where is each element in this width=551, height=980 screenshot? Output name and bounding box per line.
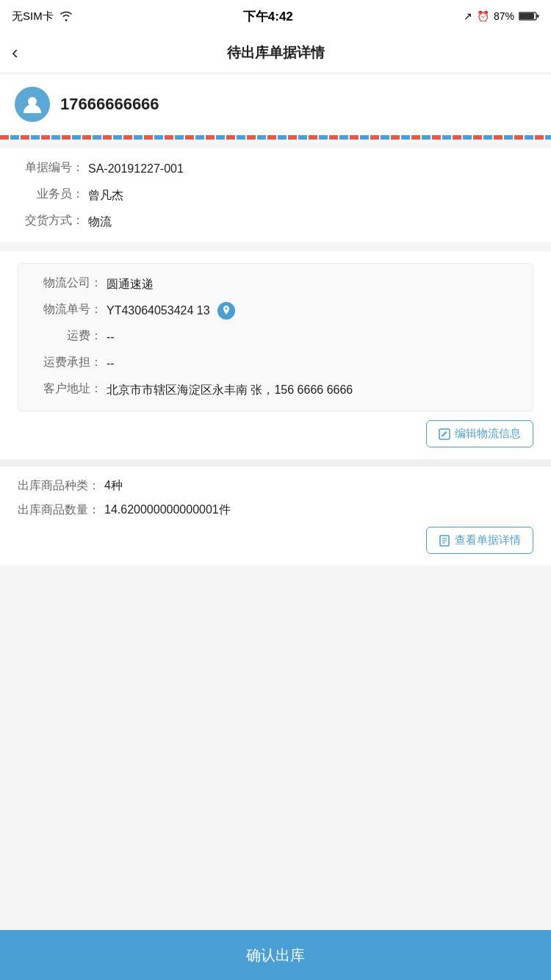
salesman-row: 业务员： 曾凡杰 — [18, 187, 533, 204]
wifi-icon — [60, 11, 73, 21]
dashed-separator — [0, 135, 551, 140]
status-bar: 无SIM卡 下午4:42 ↗ ⏰ 87% — [0, 0, 551, 32]
location-icon: ↗ — [464, 10, 472, 22]
goods-type-label: 出库商品种类： — [18, 478, 100, 494]
edit-logistics-button[interactable]: 编辑物流信息 — [426, 420, 533, 447]
delivery-value: 物流 — [88, 213, 533, 231]
goods-type-row: 出库商品种类： 4种 — [18, 478, 533, 494]
goods-quantity-label: 出库商品数量： — [18, 502, 100, 518]
svg-rect-1 — [519, 13, 534, 19]
avatar — [15, 87, 50, 122]
logistics-company-row: 物流公司： 圆通速递 — [36, 275, 515, 293]
battery-icon — [519, 11, 539, 21]
alarm-icon: ⏰ — [477, 10, 489, 22]
tracking-value: YT43064053424 13 — [107, 302, 515, 320]
location-icon[interactable] — [217, 302, 235, 320]
view-detail-button[interactable]: 查看单据详情 — [426, 527, 533, 554]
freight-label: 运费： — [36, 328, 102, 344]
view-detail-label: 查看单据详情 — [455, 533, 521, 547]
confirm-bar[interactable]: 确认出库 — [0, 930, 551, 980]
svg-rect-2 — [536, 15, 539, 18]
address-label: 客户地址： — [36, 381, 102, 397]
status-left: 无SIM卡 — [12, 10, 73, 24]
battery-text: 87% — [494, 10, 514, 22]
freight-bear-label: 运费承担： — [36, 355, 102, 370]
freight-row: 运费： -- — [36, 328, 515, 346]
edit-logistics-label: 编辑物流信息 — [455, 427, 521, 441]
tracking-label: 物流单号： — [36, 302, 102, 317]
order-info-section: 单据编号： SA-20191227-001 业务员： 曾凡杰 交货方式： 物流 — [0, 148, 551, 242]
back-button[interactable]: ‹ — [12, 41, 18, 64]
section-divider — [0, 459, 551, 466]
goods-type-value: 4种 — [104, 478, 123, 494]
goods-section: 出库商品种类： 4种 出库商品数量： 14.620000000000001件 查… — [0, 466, 551, 566]
page-title: 待出库单据详情 — [227, 43, 325, 62]
order-no-label: 单据编号： — [18, 160, 84, 176]
order-no-row: 单据编号： SA-20191227-001 — [18, 160, 533, 178]
salesman-value: 曾凡杰 — [88, 187, 533, 204]
bottom-space — [0, 566, 551, 669]
nav-bar: ‹ 待出库单据详情 — [0, 32, 551, 73]
goods-quantity-row: 出库商品数量： 14.620000000000001件 — [18, 502, 533, 518]
view-detail-container: 查看单据详情 — [18, 527, 533, 554]
tracking-no-text: YT43064053424 13 — [107, 302, 210, 320]
user-header: 17666666666 — [0, 73, 551, 135]
goods-quantity-value: 14.620000000000001件 — [104, 502, 231, 518]
tracking-row: 物流单号： YT43064053424 13 — [36, 302, 515, 320]
order-no-value: SA-20191227-001 — [88, 160, 533, 178]
carrier-text: 无SIM卡 — [12, 10, 54, 24]
confirm-label: 确认出库 — [246, 945, 305, 965]
address-row: 客户地址： 北京市市辖区海淀区永丰南 张，156 6666 6666 — [36, 381, 515, 399]
delivery-row: 交货方式： 物流 — [18, 213, 533, 231]
logistics-box: 物流公司： 圆通速递 物流单号： YT43064053424 13 运费： --… — [18, 263, 533, 411]
user-phone: 17666666666 — [60, 95, 159, 114]
salesman-label: 业务员： — [18, 187, 84, 202]
status-time: 下午4:42 — [243, 8, 293, 25]
logistics-company-label: 物流公司： — [36, 275, 102, 291]
logistics-section: 物流公司： 圆通速递 物流单号： YT43064053424 13 运费： --… — [0, 251, 551, 459]
delivery-label: 交货方式： — [18, 213, 84, 228]
address-value: 北京市市辖区海淀区永丰南 张，156 6666 6666 — [107, 381, 515, 399]
freight-bear-value: -- — [107, 355, 515, 372]
freight-value: -- — [107, 328, 515, 346]
logistics-company-value: 圆通速递 — [107, 275, 515, 293]
freight-bear-row: 运费承担： -- — [36, 355, 515, 372]
edit-logistics-container: 编辑物流信息 — [18, 420, 533, 447]
status-right: ↗ ⏰ 87% — [464, 10, 539, 22]
